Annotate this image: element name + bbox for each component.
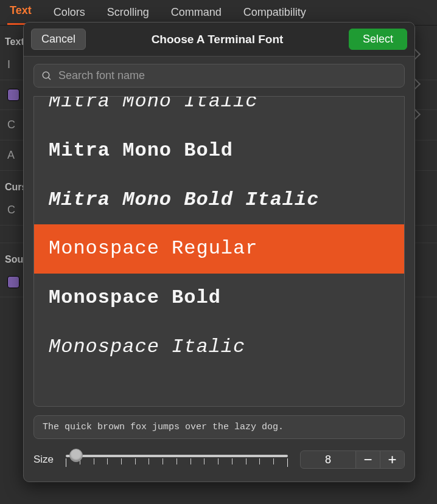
- select-button[interactable]: Select: [349, 29, 407, 50]
- size-value[interactable]: 8: [301, 451, 355, 468]
- font-item[interactable]: Monospace Bold: [34, 274, 404, 323]
- font-item[interactable]: Monospace Italic: [34, 323, 404, 372]
- size-label: Size: [33, 454, 54, 466]
- sound-swatch: [7, 276, 19, 288]
- size-increase-button[interactable]: +: [380, 451, 404, 468]
- row-letter: C: [7, 204, 15, 216]
- font-list[interactable]: Mitra Mono Italic Mitra Mono Bold Mitra …: [33, 96, 405, 407]
- color-swatch: [7, 89, 19, 101]
- size-spin: 8 − +: [300, 450, 405, 469]
- cancel-button[interactable]: Cancel: [31, 29, 86, 50]
- row-letter: I: [7, 58, 10, 71]
- slider-thumb[interactable]: [69, 449, 83, 462]
- search-input[interactable]: [58, 69, 397, 82]
- slider-ticks: [66, 458, 288, 467]
- preview-text: The quick brown fox jumps over the lazy …: [33, 415, 405, 439]
- font-dialog: Cancel Choose A Terminal Font Select Mit…: [23, 22, 415, 482]
- search-icon: [41, 71, 52, 81]
- size-slider[interactable]: [62, 449, 292, 471]
- size-decrease-button[interactable]: −: [355, 451, 380, 468]
- svg-point-0: [43, 72, 49, 78]
- slider-track: [66, 455, 288, 457]
- dialog-body: Mitra Mono Italic Mitra Mono Bold Mitra …: [24, 57, 414, 482]
- tab-text[interactable]: Text: [7, 1, 34, 25]
- svg-line-1: [48, 77, 51, 80]
- dialog-header: Cancel Choose A Terminal Font Select: [24, 22, 414, 57]
- font-item[interactable]: Mitra Mono Bold Italic: [34, 176, 404, 225]
- size-row: Size 8 − +: [33, 447, 405, 474]
- row-letter: C: [7, 119, 15, 131]
- row-letter: A: [7, 149, 15, 162]
- dialog-title: Choose A Terminal Font: [152, 33, 284, 46]
- search-field[interactable]: [33, 64, 405, 88]
- font-item-selected[interactable]: Monospace Regular: [34, 224, 404, 274]
- font-item[interactable]: Mitra Mono Bold: [34, 126, 404, 176]
- font-item[interactable]: Mitra Mono Italic: [34, 96, 404, 126]
